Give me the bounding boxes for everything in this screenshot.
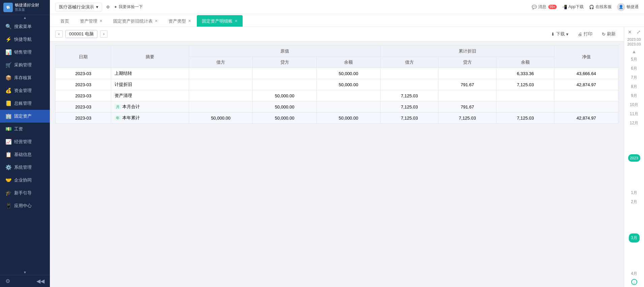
tl-month-4[interactable]: 4月 (624, 269, 644, 278)
cell-date: 2023-03 (56, 113, 111, 124)
sidebar-item-ledger[interactable]: 📒 总账管理 (0, 97, 50, 110)
sidebar-item-inventory[interactable]: 📦 库存核算 (0, 71, 50, 84)
sidebar-item-payroll[interactable]: 💵 工资 (0, 123, 50, 135)
refresh-btn[interactable]: ↻ 刷新 (599, 30, 618, 38)
sidebar-item-fixed-assets[interactable]: 🏢 固定资产 (0, 110, 50, 123)
download-label: 下载 (556, 31, 565, 37)
online-service-btn[interactable]: 🎧 在线客服 (589, 4, 612, 10)
tl-month-8[interactable]: 8月 (624, 82, 644, 91)
tl-month-2[interactable]: 2月 (624, 197, 644, 206)
expand-panel-btn[interactable]: ⤢ (635, 28, 642, 36)
collapse-sidebar-icon[interactable]: ◀◀ (36, 278, 44, 284)
download-icon: ⬇ (551, 32, 555, 37)
tl-month-12[interactable]: 12月 (624, 119, 644, 128)
timeline-up-btn[interactable]: ▲ (631, 48, 637, 55)
tl-month-5[interactable]: 5月 (624, 55, 644, 64)
cell-net-value: 42,874.97 (554, 113, 618, 124)
tl-month-7[interactable]: 7月 (624, 73, 644, 82)
tab-asset-detail-close[interactable]: ✕ (235, 19, 238, 23)
sidebar-logo: 畅 畅捷通好业财 普及版 (0, 0, 50, 15)
col-summary-header: 摘要 (111, 46, 189, 68)
sidebar-item-basic-info[interactable]: 📋 基础信息 (0, 148, 50, 161)
content-area: ‹ 000001 电脑 › ⬇ 下载 ▾ 🖨 打印 ↻ 刷新 (50, 27, 644, 287)
tab-asset-mgmt-close[interactable]: ✕ (99, 19, 102, 23)
close-panel-btn[interactable]: ✕ (626, 28, 634, 36)
cell-accum-debit: 7,125.03 (380, 101, 438, 113)
accum-credit-header: 贷方 (438, 57, 496, 68)
prev-asset-btn[interactable]: ‹ (55, 30, 63, 38)
sidebar-item-guide[interactable]: 🎓 新手引导 (0, 187, 50, 199)
tl-month-11[interactable]: 11月 (624, 109, 644, 119)
cell-net-value (554, 101, 618, 113)
tab-asset-types-close[interactable]: ✕ (188, 19, 191, 23)
main-panel: ‹ 000001 电脑 › ⬇ 下载 ▾ 🖨 打印 ↻ 刷新 (50, 27, 624, 287)
print-label: 打印 (584, 31, 592, 37)
tl-month-1[interactable]: 1月 (624, 188, 644, 197)
cell-orig-credit: 50,000.00 (253, 113, 316, 124)
messages-btn[interactable]: 💬 消息 99+ (532, 4, 557, 10)
cell-net-value: 42,874.97 (554, 79, 618, 90)
print-btn[interactable]: 🖨 打印 (575, 30, 595, 38)
tl-month-3-active[interactable]: 3月 (629, 233, 640, 243)
accum-debit-header: 借方 (380, 57, 438, 68)
app-download-btn[interactable]: 📲 App下载 (562, 4, 584, 10)
header-left: 医疗器械行业演示 ▾ ⚙ ✦ 我要体验一下 (55, 3, 143, 11)
panel-icons: ✕ ⤢ (626, 28, 642, 36)
dropdown-arrow-icon: ▾ (96, 4, 98, 9)
ledger-icon: 📒 (5, 100, 11, 106)
star-icon: ✦ (114, 5, 117, 9)
sidebar-item-purchase[interactable]: 🛒 采购管理 (0, 59, 50, 71)
sidebar-item-capital[interactable]: 💰 资金管理 (0, 84, 50, 97)
service-icon: 🎧 (589, 5, 594, 9)
sidebar-scroll-down[interactable]: ▼ (0, 270, 50, 275)
cell-orig-debit: 50,000.00 (189, 113, 252, 124)
sidebar-item-label: 企业协同 (14, 177, 32, 183)
tab-depreciation-stats-label: 固定资产折旧统计表 (113, 18, 153, 24)
payroll-icon: 💵 (5, 126, 11, 132)
next-asset-btn[interactable]: › (100, 30, 108, 38)
sidebar-nav: 🔍 搜索菜单 ⚡ 快捷导航 📊 销售管理 🛒 采购管理 📦 库存核算 💰 资金管… (0, 20, 50, 270)
cell-orig-debit (189, 101, 252, 113)
quick-nav-icon: ⚡ (5, 36, 11, 42)
cell-orig-debit (189, 79, 252, 90)
tab-home[interactable]: 首页 (55, 15, 74, 27)
company-name: 医疗器械行业演示 (59, 4, 94, 10)
experience-btn[interactable]: ✦ 我要体验一下 (114, 4, 143, 10)
sidebar-item-search[interactable]: 🔍 搜索菜单 (0, 20, 50, 33)
tab-asset-detail[interactable]: 固定资产明细账 ✕ (197, 15, 243, 27)
company-selector[interactable]: 医疗器械行业演示 ▾ (55, 3, 102, 11)
sidebar-item-business[interactable]: 📈 经营管理 (0, 135, 50, 148)
sidebar-item-collab[interactable]: 🤝 企业协同 (0, 174, 50, 187)
cell-orig-credit (253, 68, 316, 79)
sidebar-item-sales[interactable]: 📊 销售管理 (0, 46, 50, 59)
settings-icon[interactable]: ⚙ (5, 278, 10, 284)
app-download-label: App下载 (569, 4, 584, 10)
purchase-icon: 🛒 (5, 62, 11, 68)
gear-icon: ⚙ (106, 5, 110, 9)
header-right: 💬 消息 99+ 📲 App下载 🎧 在线客服 👤 畅捷通 (532, 3, 639, 11)
tab-depreciation-stats-close[interactable]: ✕ (155, 19, 158, 23)
sidebar-item-apps[interactable]: 📱 应用中心 (0, 199, 50, 212)
sidebar-item-system[interactable]: ⚙️ 系统管理 (0, 161, 50, 174)
sidebar-item-quick-nav[interactable]: ⚡ 快捷导航 (0, 33, 50, 46)
tl-month-6[interactable]: 6月 (624, 64, 644, 73)
refresh-label: 刷新 (607, 31, 616, 37)
tab-asset-mgmt[interactable]: 资产管理 ✕ (75, 15, 108, 27)
settings-gear-btn[interactable]: ⚙ (106, 5, 110, 9)
cell-accum-debit (380, 68, 438, 79)
tab-depreciation-stats[interactable]: 固定资产折旧统计表 ✕ (108, 15, 163, 27)
basic-info-icon: 📋 (5, 152, 11, 158)
tl-month-10[interactable]: 10月 (624, 100, 644, 109)
sidebar-item-label: 销售管理 (14, 49, 32, 55)
tab-asset-types[interactable]: 资产类型 ✕ (163, 15, 196, 27)
download-btn[interactable]: ⬇ 下载 ▾ (548, 30, 571, 38)
cell-orig-debit (189, 90, 252, 101)
cell-date: 2023-03 (56, 90, 111, 101)
tl-month-9[interactable]: 9月 (624, 91, 644, 100)
sidebar-scroll-up[interactable]: ▲ (0, 15, 50, 20)
tl-year-2023[interactable]: 2023 (628, 154, 640, 162)
fixed-assets-icon: 🏢 (5, 113, 11, 119)
sidebar-item-label: 工资 (14, 126, 23, 132)
user-avatar[interactable]: 👤 畅捷通 (617, 3, 639, 11)
guide-icon: 🎓 (5, 190, 11, 196)
